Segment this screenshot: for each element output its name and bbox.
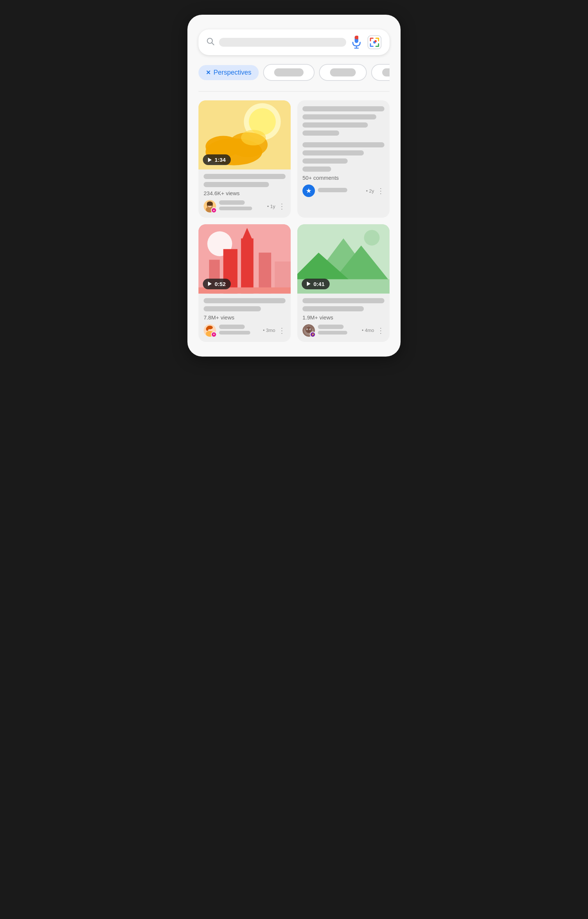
close-chip-icon[interactable]: ✕ [206, 69, 211, 76]
card-3-views: 7.8M+ views [204, 314, 286, 321]
card-4-author-row: ⚡ • 4mo ⋮ [302, 324, 384, 337]
chip-bar-4 [382, 68, 389, 76]
title-line-2 [302, 306, 364, 311]
author-sub-line [219, 207, 252, 210]
svg-point-53 [310, 326, 313, 329]
card-1-author-info [219, 200, 264, 212]
svg-point-50 [310, 329, 311, 330]
title-line-1 [302, 298, 384, 303]
play-icon [307, 282, 310, 286]
text-line-8 [302, 166, 331, 172]
text-line-5 [302, 142, 384, 147]
card-3[interactable]: 0:52 7.8M+ views [199, 224, 291, 341]
card-3-author-info [219, 325, 260, 336]
text-line-1 [302, 106, 384, 111]
svg-point-37 [206, 327, 209, 331]
card-2-author-row: ★ • 2y ⋮ [302, 184, 384, 197]
search-icon [206, 37, 215, 48]
text-line-2 [302, 114, 376, 120]
filter-chip-3[interactable] [319, 64, 367, 81]
svg-point-52 [304, 326, 307, 329]
author-sub-line [318, 331, 347, 334]
svg-point-39 [364, 230, 379, 245]
card-1-duration: 1:34 [203, 154, 231, 165]
card-3-time: • 3mo [263, 328, 275, 333]
card-1[interactable]: 1:34 234.6K+ views [199, 100, 291, 218]
phone-frame: ✕ Perspectives [187, 15, 401, 357]
filter-chip-2[interactable] [263, 64, 315, 81]
card-2-time: • 2y [366, 188, 374, 194]
card-1-thumbnail: 1:34 [199, 100, 291, 170]
text-line-3 [302, 123, 368, 128]
google-lens-button[interactable] [367, 35, 382, 50]
card-1-avatar-wrap: ♥ [204, 200, 216, 212]
play-icon [208, 282, 212, 286]
card-3-body: 7.8M+ views [199, 294, 291, 342]
card-4-thumbnail: 0:41 [297, 224, 389, 293]
svg-point-49 [307, 329, 308, 330]
perspectives-chip[interactable]: ✕ Perspectives [199, 65, 259, 80]
card-1-body: 234.6K+ views [199, 170, 291, 218]
chip-bar-2 [274, 68, 304, 76]
card-3-duration: 0:52 [203, 279, 231, 289]
svg-point-22 [207, 202, 209, 206]
svg-point-51 [308, 331, 310, 332]
card-2-author-info [318, 188, 363, 194]
filter-row: ✕ Perspectives [199, 64, 389, 81]
chip-label: Perspectives [213, 69, 251, 76]
results-grid: 1:34 234.6K+ views [199, 100, 389, 342]
card-4-views: 1.9M+ views [302, 314, 384, 321]
svg-rect-28 [241, 239, 254, 294]
card-3-thumbnail: 0:52 [199, 224, 291, 293]
svg-point-16 [241, 130, 266, 145]
card-2-avatar: ★ [302, 184, 315, 197]
text-line-6 [302, 150, 364, 155]
card-4-badge: ⚡ [310, 331, 316, 338]
card-1-more-icon[interactable]: ⋮ [278, 202, 286, 211]
card-1-views: 234.6K+ views [204, 190, 286, 196]
search-bar [199, 29, 389, 55]
svg-point-9 [375, 40, 377, 42]
star-icon: ★ [306, 187, 312, 195]
chip-bar-3 [330, 68, 356, 76]
svg-rect-4 [357, 36, 358, 39]
card-4-body: 1.9M+ views [297, 294, 389, 342]
text-line-7 [302, 158, 348, 163]
card-2-views: 50+ comments [302, 174, 384, 181]
title-line-2 [204, 182, 269, 187]
card-4-time: • 4mo [362, 328, 374, 333]
card-1-author-row: ♥ • 1y ⋮ [204, 200, 286, 212]
author-name-line [318, 188, 347, 192]
card-3-author-row: ♥ • 3mo ⋮ [204, 324, 286, 337]
title-line-2 [204, 306, 261, 311]
card-3-badge: ♥ [211, 331, 217, 338]
divider [199, 91, 389, 92]
card-2-body: 50+ comments ★ • 2y ⋮ [297, 100, 389, 218]
title-line-1 [204, 298, 286, 303]
search-input[interactable] [219, 38, 346, 47]
svg-rect-30 [259, 252, 271, 293]
card-2[interactable]: 50+ comments ★ • 2y ⋮ [297, 100, 389, 218]
voice-search-button[interactable] [351, 35, 362, 49]
title-line-1 [204, 174, 286, 179]
author-name-line [318, 325, 344, 329]
card-4-duration: 0:41 [302, 279, 330, 289]
card-4-author-info [318, 325, 359, 336]
card-2-more-icon[interactable]: ⋮ [377, 186, 384, 195]
card-1-time: • 1y [267, 204, 275, 209]
card-1-badge: ♥ [211, 207, 217, 213]
card-4[interactable]: 0:41 1.9M+ views [297, 224, 389, 341]
filter-chip-4[interactable] [371, 64, 389, 81]
svg-point-23 [211, 202, 213, 206]
author-name-line [219, 200, 245, 205]
text-line-4 [302, 131, 339, 136]
card-4-more-icon[interactable]: ⋮ [377, 326, 384, 335]
card-3-more-icon[interactable]: ⋮ [278, 326, 286, 335]
author-sub-line [219, 331, 250, 334]
card-3-avatar-wrap: ♥ [204, 324, 216, 337]
author-name-line [219, 325, 245, 329]
card-4-avatar-wrap: ⚡ [302, 324, 315, 337]
svg-line-1 [212, 43, 214, 45]
play-icon [208, 158, 212, 162]
